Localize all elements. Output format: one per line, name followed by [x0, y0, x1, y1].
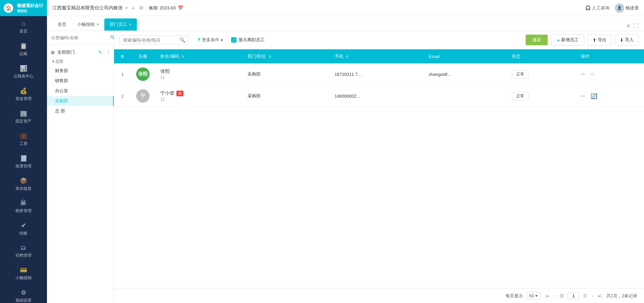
- filter-dropdown-icon: ▾: [221, 38, 223, 43]
- row1-avatar-circle: 张熙: [136, 67, 150, 81]
- company-selector[interactable]: 江西服宝精品有限责任公司内账张 ▾: [52, 5, 127, 11]
- dept-item-purchase[interactable]: 采购部: [47, 96, 114, 106]
- main-layout: ⌂ 首页 📋 总账 📊 云报表中心 💰 资金管理 🏢 固定资产 💼 工资 🧾 发…: [0, 16, 644, 303]
- invite-button[interactable]: 邀请: [526, 35, 548, 45]
- username: 畅捷通: [626, 5, 639, 11]
- pagination: 每页显示 50 ▾ |◂ ‹ 第 页 › ▸| 共1页，2条记录: [114, 288, 644, 303]
- sidebar-item-home[interactable]: ⌂ 首页: [0, 16, 47, 38]
- table-row: 1 张熙 张熙 11 采购部: [114, 63, 644, 85]
- sidebar-item-tax[interactable]: 🏛 税务管理: [0, 196, 47, 218]
- export-button[interactable]: ⬆ 导出: [588, 34, 611, 46]
- show-resigned-checkbox[interactable]: ✓: [231, 37, 236, 43]
- period-label: 账期: [149, 5, 158, 11]
- tab-expense-close[interactable]: ×: [97, 22, 99, 27]
- sidebar-item-ledger[interactable]: 📋 总账: [0, 38, 47, 61]
- sidebar-item-archive[interactable]: 🗂 归档管理: [0, 240, 47, 262]
- tab-employees-close[interactable]: ×: [129, 22, 131, 27]
- per-page-dropdown-icon: ▾: [535, 293, 538, 298]
- col-avatar: 头像: [131, 49, 155, 63]
- tab-home[interactable]: 首页: [52, 18, 72, 31]
- per-page-select[interactable]: 50 ▾: [526, 292, 541, 300]
- add-employee-button[interactable]: + 新增员工: [551, 34, 584, 46]
- col-actions: 操作: [576, 49, 644, 63]
- tab-employees[interactable]: 部门员工 ×: [104, 18, 137, 31]
- assets-icon: 🏢: [20, 110, 27, 117]
- department-sidebar: 🔍 ⊞ 全部部门 ✎ 《 ▾ 总部 财务部 销售部 办公室 采购部 总 部: [47, 31, 114, 303]
- sidebar-item-settings[interactable]: ⚙ 基础设置: [0, 285, 47, 303]
- sidebar-item-expense[interactable]: 💳 小畅报销: [0, 262, 47, 285]
- dept-item-sales[interactable]: 销售部: [47, 76, 114, 86]
- row2-avatar: 宁: [131, 85, 155, 107]
- page-input[interactable]: [568, 292, 580, 299]
- row1-logout-icon[interactable]: ⎋: [591, 71, 594, 77]
- dept-item-office[interactable]: 办公室: [47, 86, 114, 96]
- sidebar-item-capital[interactable]: 💰 资金管理: [0, 83, 47, 106]
- close-window-icon[interactable]: ✕: [626, 23, 631, 29]
- sidebar-item-inventory[interactable]: 📦 库存核算: [0, 173, 47, 196]
- sidebar-item-assets[interactable]: 🏢 固定资产: [0, 106, 47, 128]
- company-dropdown-icon[interactable]: ▾: [125, 6, 127, 10]
- dept-item-finance[interactable]: 财务部: [47, 66, 114, 76]
- archive-icon: 🗂: [20, 244, 26, 251]
- page-label-suffix: 页: [582, 292, 589, 300]
- next-page-icon[interactable]: ›: [591, 293, 595, 299]
- dept-all-label: 全部部门: [57, 49, 75, 55]
- first-page-icon[interactable]: |◂: [544, 293, 550, 299]
- app-logo[interactable]: 🏠 畅捷通好会计 旗舰版: [0, 0, 47, 16]
- row1-name: 张熙: [160, 68, 237, 74]
- sidebar-label-payroll: 工资: [19, 141, 28, 147]
- sidebar-item-closing[interactable]: ✔ 结账: [0, 218, 47, 240]
- expand-icon[interactable]: ⛶: [633, 23, 639, 29]
- sidebar-label-home: 首页: [19, 29, 28, 34]
- avatar: 👤: [615, 3, 624, 13]
- dept-collapse-icon[interactable]: 《: [105, 49, 110, 55]
- row2-delete-icon[interactable]: 🔄: [591, 93, 597, 99]
- tax-icon: 🏛: [20, 200, 26, 207]
- sidebar-item-payroll[interactable]: 💼 工资: [0, 128, 47, 151]
- sidebar-item-invoice[interactable]: 🧾 发票管理: [0, 151, 47, 173]
- prev-page-icon[interactable]: ‹: [552, 293, 556, 299]
- table-header-row: ⚙ 头像 姓名/编码 ⇅ 部门/职位 ⇅: [114, 49, 644, 63]
- calendar-icon[interactable]: 📅: [178, 5, 183, 10]
- tab-expense[interactable]: 小畅报销 ×: [72, 18, 104, 31]
- col-name-code-label: 姓名/编码: [160, 54, 179, 59]
- col-phone[interactable]: 手机 ⇅: [329, 49, 424, 63]
- dept-search-input[interactable]: [51, 35, 107, 40]
- user-menu[interactable]: 👤 畅捷通: [615, 3, 639, 13]
- col-settings[interactable]: ⚙: [114, 49, 131, 63]
- col-phone-label: 手机: [335, 54, 343, 59]
- row1-dept: 采购部: [242, 63, 329, 85]
- employee-search-input[interactable]: [123, 38, 177, 43]
- row2-name-code: 宁小壹 应 12: [155, 85, 242, 107]
- row2-num: 2: [114, 85, 131, 107]
- customer-service[interactable]: 🎧 人工咨询: [585, 5, 609, 11]
- row2-edit-icon[interactable]: ✏: [581, 93, 585, 99]
- top-bar: 🏠 畅捷通好会计 旗舰版 江西服宝精品有限责任公司内账张 ▾ ＋ ⚙ 账期 20…: [0, 0, 644, 16]
- import-button[interactable]: ⬇ 导入: [615, 34, 639, 46]
- row2-dept: 采购部: [242, 85, 329, 107]
- per-page-value: 50: [529, 293, 534, 298]
- export-label: 导出: [598, 37, 606, 43]
- row1-name-code: 张熙 11: [155, 63, 242, 85]
- sidebar-item-reports[interactable]: 📊 云报表中心: [0, 61, 47, 83]
- filter-button[interactable]: ⧩ 更多条件 ▾: [193, 35, 227, 45]
- show-resigned-toggle[interactable]: ✓ 显示离职员工: [231, 37, 265, 43]
- add-company-icon[interactable]: ＋: [130, 4, 136, 12]
- add-employee-label: 新增员工: [561, 37, 579, 43]
- settings-icon[interactable]: ⚙: [139, 5, 144, 11]
- row1-edit-icon[interactable]: ✏: [581, 71, 585, 78]
- dept-item-general[interactable]: 总 部: [47, 106, 114, 116]
- col-dept-position[interactable]: 部门/职位 ⇅: [242, 49, 329, 63]
- employee-search-box: 🔍: [119, 36, 189, 44]
- sidebar-label-closing: 结账: [19, 231, 28, 236]
- dept-all-header[interactable]: ⊞ 全部部门 ✎ 《: [47, 47, 114, 57]
- col-status: 状态: [506, 49, 576, 63]
- employee-search-icon[interactable]: 🔍: [179, 37, 185, 43]
- row1-actions: ✏ ⎋: [576, 63, 644, 85]
- last-page-icon[interactable]: ▸|: [597, 293, 603, 299]
- dept-edit-icon[interactable]: ✎: [98, 50, 102, 55]
- export-icon: ⬆: [593, 38, 596, 43]
- reports-icon: 📊: [20, 65, 27, 72]
- content-area: 首页 小畅报销 × 部门员工 × ✕ ⛶ 🔍: [47, 16, 644, 303]
- col-name-code[interactable]: 姓名/编码 ⇅: [155, 49, 242, 63]
